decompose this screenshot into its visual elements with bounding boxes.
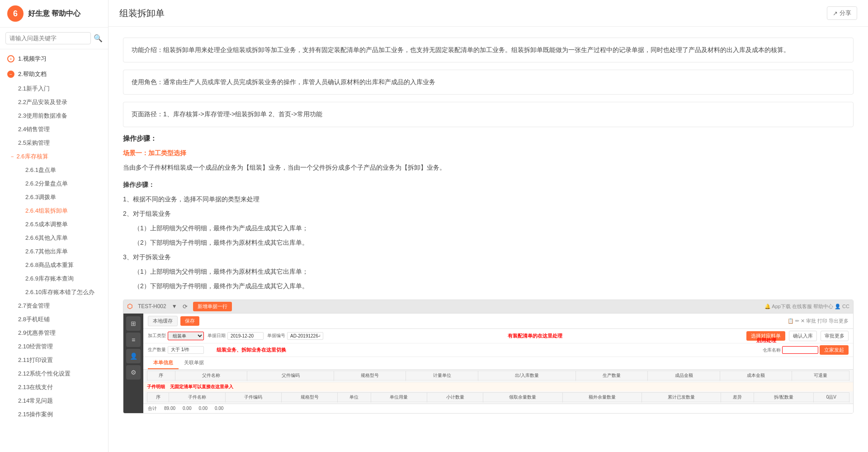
intro-block-1: 功能介绍：组装拆卸单用来处理企业组装或拆卸等加工业务，支持有固定装配清单的产品加… <box>123 38 854 62</box>
th-prod-qty: 生产数量 <box>576 371 648 380</box>
expand-icon: + <box>7 55 14 62</box>
ss-titlebar: ⬡ TEST-H002 ▼ ⟳ 新增单据一行 🔔 App下载 在线客服 帮助中心… <box>123 300 853 314</box>
sidebar-item-new[interactable]: 2.1新手入门 <box>0 82 108 95</box>
ss-warehouse-input[interactable] <box>782 346 818 354</box>
footer-val1: 89.00 <box>164 406 175 411</box>
td-2: 配件1 <box>169 402 225 403</box>
sidebar-item-system[interactable]: 2.12系统个性化设置 <box>0 367 108 381</box>
ss-tab-main[interactable]: 本单信息 <box>148 357 179 369</box>
search-input[interactable] <box>5 32 91 44</box>
sidebar-item-stock3[interactable]: 2.6.3调拨单 <box>0 190 108 204</box>
ss-lower-table: 序 子件名称 子件编码 规格型号 单位 单位用量 小计数量 领取余量数量 额外余 <box>147 392 849 403</box>
sidebar-item-stock2[interactable]: 2.6.2分量盘点单 <box>0 177 108 190</box>
sub-table-label: 子件明细 无固定清单可以直接在这里录入 <box>143 382 853 391</box>
main-header: 组装拆卸单 ↗ 分享 <box>108 0 868 27</box>
ss-nav-home[interactable]: ⊞ <box>126 316 141 331</box>
step3-text: 3、对于拆装业务 <box>123 251 854 263</box>
ss-form-row2: 生产数量 组装业务、拆卸业务在这里切换 仓库名称 立家发起 <box>143 343 853 357</box>
search-box: 🔍 <box>0 28 108 49</box>
td-1: 1 <box>147 402 169 403</box>
steps-list: 操作步骤： 1、根据不同的业务，选择不同单据的类型来处理 2、对于组装业务 （1… <box>123 178 854 292</box>
sidebar-item-stock4-current[interactable]: 2.6.4组装拆卸单 <box>0 204 108 218</box>
search-icon[interactable]: 🔍 <box>94 34 103 43</box>
ss-new-btn[interactable]: 新增单据一行 <box>193 302 232 311</box>
ann-text-1: 有装配清单的在这里处理 <box>327 333 743 339</box>
th-sub-diff: 差异 <box>721 392 754 402</box>
ss-ops-icons: 📋 ✏ ✕ 审批 打印 导出更多 <box>788 318 849 324</box>
share-icon: ↗ <box>833 10 838 17</box>
td-seq: 1 <box>147 380 175 381</box>
share-button[interactable]: ↗ 分享 <box>827 6 857 20</box>
scene-title: 场景一：加工类型选择 <box>123 149 854 157</box>
sidebar-item-faq[interactable]: 2.14常见问题 <box>0 394 108 408</box>
th-spec: 规格型号 <box>334 371 406 380</box>
collapse-icon: − <box>11 154 14 159</box>
sidebar-item-data[interactable]: 2.3使用前数据准备 <box>0 109 108 123</box>
sidebar-item-mobile[interactable]: 2.8手机旺铺 <box>0 313 108 326</box>
sidebar-item-label: 1.视频学习 <box>18 55 47 63</box>
ss-toolbar: 本地缓存 保存 📋 ✏ ✕ 审批 打印 导出更多 <box>143 314 853 329</box>
ss-type-select[interactable]: 组装单 <box>168 332 204 340</box>
ss-upper-tabs: 本单信息 关联单据 <box>143 357 853 370</box>
th-sub-seq: 序 <box>147 392 169 402</box>
ss-nav-person[interactable]: 👤 <box>126 349 141 363</box>
sidebar-item-purchase[interactable]: 2.5采购管理 <box>0 136 108 150</box>
ss-icons: 🔔 App下载 在线客服 帮助中心 👤 CC <box>764 303 849 310</box>
sidebar-item-coupon[interactable]: 2.9优惠券管理 <box>0 326 108 340</box>
sidebar-item-stock7[interactable]: 2.6.7其他出库单 <box>0 245 108 258</box>
scene-desc: 当由多个子件材料组装成一个成品的业务为【组装】业务，当由一个父件拆分成多个子产品… <box>123 161 854 174</box>
ss-footer: 合计 89.00 0.00 0.00 0.00 <box>143 404 853 413</box>
sidebar-item-print[interactable]: 2.11打印设置 <box>0 353 108 367</box>
ss-order-input[interactable] <box>287 332 323 340</box>
sidebar-item-stock9[interactable]: 2.6.9库存账本查询 <box>0 272 108 285</box>
sidebar-item-cases[interactable]: 2.15操作案例 <box>0 408 108 421</box>
ss-form-row1: 加工类型 组装单 单据日期 单据编号 <box>143 329 853 343</box>
ss-audit-btn[interactable]: 审批更多 <box>821 331 849 341</box>
td-name: 米米 <box>175 380 247 381</box>
sidebar-item-stock8[interactable]: 2.6.8商品成本重算 <box>0 258 108 272</box>
collapse-icon: − <box>7 71 14 78</box>
sidebar-item-stock[interactable]: − 2.6库存核算 <box>0 150 108 163</box>
td-3 <box>225 402 281 403</box>
sidebar-item-install[interactable]: 2.2产品安装及登录 <box>0 95 108 109</box>
td-4 <box>281 402 337 403</box>
ss-confirm-btn[interactable]: 选择对应料单 <box>746 331 785 341</box>
ss-qty-field: 生产数量 <box>148 346 204 354</box>
page-title: 组装拆卸单 <box>119 7 165 19</box>
sidebar-item-stock6[interactable]: 2.6.6其他入库单 <box>0 231 108 245</box>
ss-more-btn[interactable]: 确认入库 <box>789 331 817 341</box>
ss-local-btn[interactable]: 本地缓存 <box>148 316 178 326</box>
share-label: 分享 <box>840 9 851 17</box>
ss-date-field: 单据日期 <box>208 332 264 340</box>
sidebar-item-sales[interactable]: 2.4销售管理 <box>0 123 108 136</box>
sidebar-item-stock10[interactable]: 2.6.10库存账本错了怎么办 <box>0 285 108 299</box>
screenshot-container: ⬡ TEST-H002 ▼ ⟳ 新增单据一行 🔔 App下载 在线客服 帮助中心… <box>123 300 854 414</box>
ss-save-btn[interactable]: 保存 <box>180 316 199 326</box>
td-7: 10.00 <box>427 402 483 403</box>
th-prod-amt: 成品金额 <box>648 371 720 380</box>
sidebar-item-docs[interactable]: − 2.帮助文档 <box>0 67 108 82</box>
td-8: 10.00 <box>483 402 562 403</box>
ss-upper-table: 序 父件名称 父件编码 规格型号 计量单位 出/入库数量 生产数量 成品金额 成 <box>147 371 849 381</box>
sidebar-item-stock1[interactable]: 2.6.1盘点单 <box>0 163 108 177</box>
sidebar-item-ops[interactable]: 2.10经营管理 <box>0 340 108 353</box>
table-row: 1 配件1 10.00 10.00 <box>147 402 849 403</box>
ss-nav-gear[interactable]: ⚙ <box>126 365 141 380</box>
sidebar-item-video[interactable]: + 1.视频学习 <box>0 51 108 67</box>
path-block: 页面路径：1、库存核算->库存管理->组装拆卸单 2、首页->常用功能 <box>123 102 854 127</box>
sidebar-item-online[interactable]: 2.13在线支付 <box>0 381 108 394</box>
ss-content: ⊞ ≡ 👤 ⚙ 本地缓存 保存 📋 ✏ ✕ 审批 打印 导出更多 <box>123 314 853 413</box>
ss-order-field: 单据编号 <box>267 332 323 340</box>
ss-tab-related[interactable]: 关联单据 <box>179 357 209 369</box>
footer-val3: 0.00 <box>199 406 208 411</box>
td-spec <box>334 380 406 381</box>
ss-date-input[interactable] <box>227 332 264 340</box>
ss-process-btn[interactable]: 立家发起 <box>820 345 849 355</box>
ss-nav-list[interactable]: ≡ <box>126 333 141 347</box>
intro-text-1: 功能介绍：组装拆卸单用来处理企业组装或拆卸等加工业务，支持有固定装配清单的产品加… <box>132 46 790 53</box>
ss-qty-input[interactable] <box>168 346 204 354</box>
sidebar-item-finance[interactable]: 2.7资金管理 <box>0 299 108 313</box>
sidebar-item-stock5[interactable]: 2.6.5成本调整单 <box>0 218 108 231</box>
th-sub-0: 0品V <box>813 392 849 402</box>
nav-section: + 1.视频学习 − 2.帮助文档 2.1新手入门 2.2产品安装及登录 2.3… <box>0 49 108 423</box>
